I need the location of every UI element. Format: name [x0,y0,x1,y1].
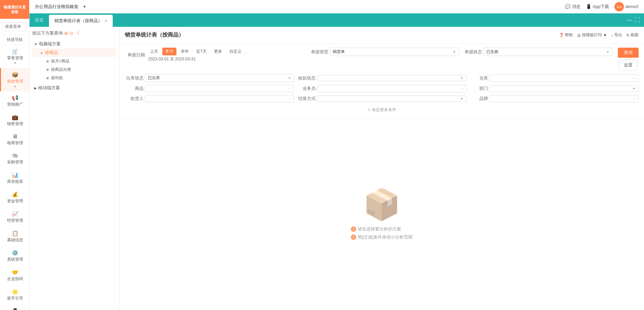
product-cell: 商品 ··· [125,85,294,92]
doc-status-dropdown-icon: ▼ [606,50,609,54]
scheme-by-month-product-label: 按月+商品 [51,58,69,64]
main-area: 办公用品行业模拟账套 ▼ 💬 消息 📱 App下载 Ea demo2 首页 销货… [30,0,644,310]
doc-type-dropdown-icon: ▼ [453,50,456,54]
out-status-cell: 出库状态 已出库 ▼ [125,74,294,82]
date-more[interactable]: 更多 [211,48,225,55]
sidebar-item-retail[interactable]: 🛒 零售管理 ▼ [0,45,29,68]
brand-input[interactable]: ··· [489,95,639,102]
doc-type-select[interactable]: 销货单 ▼ [330,48,459,56]
collapse-button[interactable]: ∧ 收起更多条件 [125,105,639,115]
date-last-month[interactable]: 上月 [147,48,161,55]
sidebar-item-company[interactable]: 🤝 企业协同 [0,266,29,285]
basic-icon: 📋 [12,230,18,237]
message-button[interactable]: 💬 消息 [565,4,581,10]
add-scheme-icon[interactable]: ⊕ [64,31,68,36]
date-label: 单据日期 [125,52,145,58]
product-input[interactable]: ··· [145,85,294,92]
help-label: 帮助 [565,32,573,38]
sidebar-item-wholesale[interactable]: 📦 批发管理 ▲ [0,68,29,91]
tab-close-icon[interactable]: ✕ [104,19,107,23]
warehouse-input[interactable]: ··· [489,74,639,82]
mobile-scheme-section: ▶ 移动端方案 [32,84,116,92]
tab-home[interactable]: 首页 [30,13,49,27]
product-label: 商品 [125,86,144,92]
tabbar-controls: — ⛶ [627,17,644,23]
date-last-7-days[interactable]: 近7天 [193,48,210,55]
logo-text: 畅捷通好生意 标版 [4,5,26,14]
warehouse-dots-icon[interactable]: ··· [632,76,636,81]
recipient-dots-icon[interactable]: ··· [288,96,291,101]
export-button[interactable]: ↓ 导出 [611,32,622,38]
out-status-select[interactable]: 已出库 ▼ [145,74,294,82]
staff-dots-icon[interactable]: ··· [460,86,464,91]
date-this-year[interactable]: 本年 [178,48,192,55]
sidebar-item-wholesale-label: 批发管理 [7,79,23,84]
print-icon: 🖨 [577,33,581,38]
date-custom[interactable]: 自定义 [226,48,245,55]
out-status-label: 出库状态 [125,75,144,81]
apps-icon: 📱 [12,308,18,310]
doc-status-select[interactable]: 已生效 ▼ [483,48,612,56]
page-title: 销货单统计表（按商品） [125,32,184,39]
help-icon: ❓ [559,33,564,38]
mobile-scheme-parent[interactable]: ▶ 移动端方案 [32,84,116,92]
sidebar-item-finance[interactable]: 💰 资金管理 [0,188,29,207]
print-button[interactable]: 🖨 按模板打印 ▼ [577,32,607,38]
help-button[interactable]: ❓ 帮助 [559,32,573,38]
scheme-by-month-product[interactable]: ■ 按月+商品 [32,57,116,65]
sidebar-item-inventory[interactable]: 📊 库存核算 [0,168,29,188]
dept-dropdown-icon: ▼ [632,87,636,91]
topbar-dropdown[interactable]: ▼ [83,4,87,9]
doc-type-value: 销货单 [333,49,452,55]
sidebar-item-guide[interactable]: 🌟 新手引导 [0,285,29,305]
staff-input[interactable]: ··· [317,85,466,92]
sidebar-item-sales[interactable]: 💼 销售管理 [0,111,29,130]
sidebar-item-system-label: 系统管理 [7,257,23,262]
query-button[interactable]: 查询 [618,48,639,58]
dept-select[interactable]: ▼ [489,86,639,92]
app-download-button[interactable]: 📱 App下载 [586,4,609,10]
sidebar-item-marketing[interactable]: 📢 营销推广 [0,91,29,111]
tab-minimize-icon[interactable]: — [627,17,632,23]
right-panel: 销货单统计表（按商品） ❓ 帮助 🖨 按模板打印 ▼ ↓ 导出 [119,27,644,310]
scheme-by-cashier[interactable]: ■ 按司机 [32,74,116,82]
tab-maximize-icon[interactable]: ⛶ [635,17,640,23]
date-this-month[interactable]: 本月 [162,48,176,55]
export-icon: ↓ [611,33,613,38]
user-profile[interactable]: Ea demo2 [614,2,639,11]
recipient-input[interactable]: ··· [145,95,294,102]
operations-icon: 📈 [12,211,18,217]
scheme-by-product-category[interactable]: ■ 按商品分类 [32,65,116,74]
sidebar-item-apps[interactable]: 📱 应用中心 [0,305,29,310]
sidebar-item-system[interactable]: ⚙️ 系统管理 [0,246,29,266]
brand-dots-icon[interactable]: ··· [632,96,636,101]
sidebar-item-basic[interactable]: 📋 基础信息 [0,227,29,246]
mobile-scheme-label: 移动端方案 [38,85,60,91]
sidebar-item-marketing-label: 营销推广 [7,102,23,107]
content-area: 按以下方案查询 ⊕ ⊙ 《 ▼ 电脑端方案 ● 按商品 ■ 按月+商品 [30,27,644,310]
settings-scheme-icon[interactable]: ⊙ [69,31,73,36]
empty-illustration: 📦 [363,187,400,222]
settings-button[interactable]: 设置 [619,60,638,70]
sidebar-item-operations[interactable]: 📈 经营管理 [0,207,29,227]
payment-select[interactable]: ▼ [317,96,466,102]
sidebar-item-ecommerce[interactable]: 🖥 电商管理 [0,130,29,149]
tab-sales-report[interactable]: 销货单统计表（按商品） ✕ [49,15,113,27]
refresh-button[interactable]: ↻ 刷新 [626,32,639,38]
pc-scheme-parent[interactable]: ▼ 电脑端方案 [32,40,116,48]
collapse-panel-icon[interactable]: 《 [75,30,79,36]
search-menu-button[interactable]: 搜索菜单 [3,22,26,31]
retail-arrow-icon: ▼ [13,61,17,65]
quick-nav-label: 快捷导航 [3,37,26,43]
search-menu-area[interactable]: 搜索菜单 [0,19,29,35]
sidebar-item-purchase[interactable]: 🛍 采购管理 [0,149,29,168]
left-panel-header: 按以下方案查询 ⊕ ⊙ 《 [32,30,116,36]
product-dots-icon[interactable]: ··· [288,86,291,91]
purchase-icon: 🛍 [12,153,18,159]
scheme-by-cashier-icon: ■ [46,75,49,81]
receipt-status-select[interactable]: ▼ [317,75,466,81]
scheme-by-product[interactable]: ● 按商品 [32,48,116,57]
export-label: 导出 [614,32,622,38]
app-download-icon: 📱 [586,4,591,9]
dept-label: 部门 [469,86,488,92]
